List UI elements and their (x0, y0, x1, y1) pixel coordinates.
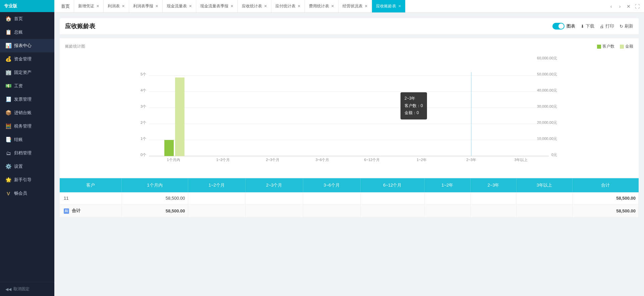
sidebar-collapse-btn[interactable]: ◀◀ 取消固定 (0, 282, 54, 296)
svg-text:3个: 3个 (141, 104, 146, 108)
close-ap-stat-tab[interactable]: ✕ (298, 4, 301, 8)
toolbar: 图表 ⬇ 下载 🖨 打印 ↻ 刷新 (552, 23, 633, 30)
total-m6 (303, 204, 360, 217)
close-expense-stat-tab[interactable]: ✕ (331, 4, 334, 8)
main-content: 首页 新增凭证 ✕ 利润表 ✕ 利润表季报 ✕ 现金流量表 ✕ 现金流量表季报 … (54, 0, 644, 296)
tab-ap-stat[interactable]: 应付统计表 ✕ (271, 0, 305, 13)
total-y3 (470, 204, 516, 217)
sidebar-item-assets[interactable]: 🏢 固定资产 (0, 66, 54, 79)
svg-text:1个: 1个 (141, 137, 146, 141)
cell-m3 (246, 192, 303, 204)
close-ar-stat-tab[interactable]: ✕ (264, 4, 267, 8)
tab-home[interactable]: 首页 (57, 0, 74, 13)
sidebar-logo: 专业版 (0, 0, 54, 12)
cell-y2 (424, 192, 470, 204)
sidebar-item-reports[interactable]: 📊 报表中心 (0, 39, 54, 52)
table-header-row: 客户 1个月内 1~2个月 2~3个月 3~6个月 6~12个月 1~2年 2~… (60, 178, 639, 192)
tab-prev-btn[interactable]: ‹ (607, 2, 615, 10)
archive-icon: 🗂 (5, 150, 11, 156)
tab-cashflow[interactable]: 现金流量表 ✕ (163, 0, 196, 13)
close-cashflow-tab[interactable]: ✕ (189, 4, 192, 8)
total-m1: 58,500.00 (122, 204, 188, 217)
cell-total: 58,500.00 (572, 192, 638, 204)
close-profit-tab[interactable]: ✕ (122, 4, 125, 8)
close-business-stat-tab[interactable]: ✕ (365, 4, 368, 8)
tab-business-stat[interactable]: 经营状况表 ✕ (338, 0, 372, 13)
cell-customer: 11 (60, 192, 122, 204)
sidebar-item-ledger[interactable]: 📋 总账 (0, 26, 54, 39)
tab-voucher[interactable]: 新增凭证 ✕ (74, 0, 104, 13)
cell-y3 (470, 192, 516, 204)
svg-text:5个: 5个 (141, 72, 146, 76)
bar-m1-amount (175, 78, 184, 156)
sidebar-item-guide[interactable]: 🌟 新手引导 (0, 173, 54, 187)
svg-text:1~2个月: 1~2个月 (216, 158, 230, 162)
sidebar-item-funds[interactable]: 💰 资金管理 (0, 52, 54, 66)
col-total: 合计 (572, 178, 638, 192)
settlement-icon: 📑 (5, 137, 11, 143)
assets-icon: 🏢 (5, 69, 11, 76)
close-cashflow-quarter-tab[interactable]: ✕ (230, 4, 233, 8)
chart-svg: 0个 1个 2个 3个 4个 5个 0元 10,000.00元 20,000.0… (65, 52, 633, 166)
total-label: Ai 合计 (60, 204, 122, 217)
sidebar-item-invoice[interactable]: 🧾 发票管理 (0, 93, 54, 106)
svg-text:1~2年: 1~2年 (417, 158, 427, 162)
toggle-thumb (558, 23, 564, 29)
chart-title: 账龄统计图 (65, 44, 633, 49)
close-profit-quarter-tab[interactable]: ✕ (155, 4, 158, 8)
sidebar-item-salary[interactable]: 💵 工资 (0, 79, 54, 93)
cell-m6 (303, 192, 360, 204)
tab-ar-aging[interactable]: 应收账龄表 ✕ (372, 0, 406, 13)
chart-toggle[interactable]: 图表 (552, 23, 575, 30)
tab-close-all-btn[interactable]: ✕ (625, 2, 633, 10)
toggle-track[interactable] (552, 23, 565, 30)
tab-expense-stat[interactable]: 费用统计表 ✕ (305, 0, 338, 13)
sidebar-item-vip[interactable]: V 畅会员 (0, 187, 54, 200)
tab-next-btn[interactable]: › (616, 2, 624, 10)
vip-icon: V (5, 191, 11, 196)
sidebar-item-settlement[interactable]: 📑 结账 (0, 133, 54, 146)
print-btn[interactable]: 🖨 打印 (600, 23, 614, 29)
close-ar-aging-tab[interactable]: ✕ (398, 4, 401, 8)
table-row: 11 58,500.00 58,500.00 (60, 192, 639, 204)
tab-fullscreen-btn[interactable]: ⛶ (633, 2, 641, 10)
download-btn[interactable]: ⬇ 下载 (581, 23, 594, 29)
sidebar-item-tax[interactable]: 🧮 税务管理 (0, 119, 54, 133)
svg-text:2~3个月: 2~3个月 (266, 158, 280, 162)
col-m2: 1~2个月 (188, 178, 245, 192)
svg-text:0个: 0个 (141, 153, 146, 157)
table-total-row: Ai 合计 58,500.00 58,500.00 (60, 204, 639, 217)
close-voucher-tab[interactable]: ✕ (96, 4, 99, 8)
total-m12 (361, 204, 425, 217)
guide-icon: 🌟 (5, 177, 11, 183)
sidebar-item-settings[interactable]: ⚙️ 设置 (0, 160, 54, 173)
cell-m12 (361, 192, 425, 204)
svg-text:3~6个月: 3~6个月 (316, 158, 329, 162)
refresh-btn[interactable]: ↻ 刷新 (620, 23, 633, 29)
col-m6: 3~6个月 (303, 178, 360, 192)
svg-text:6~12个月: 6~12个月 (364, 158, 380, 162)
chart-legend: 客户数 金额 (597, 44, 633, 49)
sidebar-item-archive[interactable]: 🗂 归档管理 (0, 146, 54, 160)
download-icon: ⬇ (581, 24, 584, 29)
col-y2: 1~2年 (424, 178, 470, 192)
table-container: 客户 1个月内 1~2个月 2~3个月 3~6个月 6~12个月 1~2年 2~… (60, 178, 639, 217)
legend-customers-dot (597, 45, 601, 49)
tab-cashflow-quarter[interactable]: 现金流量表季报 ✕ (196, 0, 238, 13)
inventory-icon: 📦 (5, 110, 11, 116)
tab-ar-stat[interactable]: 应收统计表 ✕ (238, 0, 271, 13)
tab-profit-quarter[interactable]: 利润表季报 ✕ (129, 0, 163, 13)
total-m3 (246, 204, 303, 217)
bar-m1-customers (164, 140, 174, 156)
home-icon: 🏠 (5, 16, 11, 22)
svg-text:3年以上: 3年以上 (514, 158, 527, 162)
tab-profit[interactable]: 利润表 ✕ (104, 0, 129, 13)
settings-icon: ⚙️ (5, 163, 11, 169)
salary-icon: 💵 (5, 83, 11, 89)
col-y3: 2~3年 (470, 178, 516, 192)
sidebar-item-home[interactable]: 🏠 首页 (0, 12, 54, 26)
tab-nav-buttons: ‹ › ✕ ⛶ (607, 2, 641, 10)
sidebar-item-inventory[interactable]: 📦 进销台账 (0, 106, 54, 119)
legend-customers: 客户数 (597, 44, 614, 49)
svg-text:60,000.00元: 60,000.00元 (537, 56, 557, 60)
